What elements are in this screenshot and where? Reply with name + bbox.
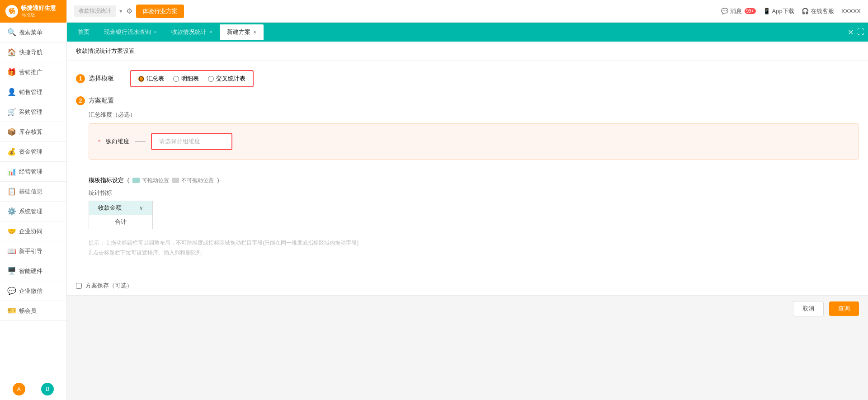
section2-num: 2: [76, 96, 85, 105]
tab-close-receipt-stats[interactable]: ×: [209, 29, 212, 35]
metrics-setting-label: 模板指标设定（: [89, 176, 130, 184]
tabs-right-controls: ✕ ⛶: [848, 28, 864, 37]
close-window-icon[interactable]: ✕: [848, 28, 854, 37]
message-icon: 💬: [721, 8, 728, 14]
radio-cross[interactable]: 交叉统计表: [208, 75, 245, 83]
sidebar-item-hardware[interactable]: 🖥️ 智能硬件: [0, 261, 66, 281]
main-area: 收款情况统计 ▾ ⚙ 体验行业方案 💬 消息 99+ 📱 App下载 🎧 在线客…: [67, 0, 868, 400]
metrics-dropdown-icon[interactable]: ∨: [139, 205, 143, 211]
metrics-legend-row: 模板指标设定（ 可拖动位置 不可拖动位置 ）: [89, 176, 859, 184]
sidebar-logo: 畅 畅捷通好生意 标准版: [0, 0, 66, 23]
tab-cash-flow[interactable]: 现金银行流水查询×: [97, 24, 164, 40]
sidebar-item-operation[interactable]: 📊 经营管理: [0, 162, 66, 182]
sidebar-label-basic-info: 基础信息: [19, 188, 42, 196]
sidebar-icon-inventory: 📦: [7, 127, 15, 136]
form-body: 1 选择模板 汇总表 明细表 交叉统计表: [67, 61, 868, 276]
radio-detail-input[interactable]: [173, 76, 179, 82]
logo-text: 畅捷通好生意: [21, 5, 56, 12]
tab-label-home: 首页: [78, 28, 90, 36]
metrics-table-header[interactable]: 收款金额 ∨: [89, 201, 152, 215]
sidebar-icon-system: ⚙️: [7, 207, 15, 216]
tab-receipt-stats[interactable]: 收款情况统计×: [164, 24, 220, 40]
tab-close-new-plan[interactable]: ×: [253, 29, 256, 35]
sidebar-icon-finance: 💰: [7, 147, 15, 156]
sidebar-item-sales[interactable]: 👤 销售管理: [0, 82, 66, 102]
topbar: 收款情况统计 ▾ ⚙ 体验行业方案 💬 消息 99+ 📱 App下载 🎧 在线客…: [67, 0, 868, 23]
section2-label: 方案配置: [89, 97, 114, 105]
radio-summary-input[interactable]: [138, 76, 144, 82]
dimension-row: * 纵向维度 —— 请选择分组维度: [98, 133, 849, 150]
metrics-table: 收款金额 ∨ 合计: [89, 201, 153, 229]
metrics-section: 模板指标设定（ 可拖动位置 不可拖动位置 ） 统计指标: [89, 176, 859, 229]
service-button[interactable]: 🎧 在线客服: [802, 7, 834, 15]
sidebar-item-quick-nav[interactable]: 🏠 快捷导航: [0, 42, 66, 62]
sidebar-item-wechat[interactable]: 💬 企业微信: [0, 281, 66, 301]
tab-close-cash-flow[interactable]: ×: [154, 29, 157, 35]
sidebar-label-system: 系统管理: [19, 207, 42, 216]
legend-draggable-item: 可拖动位置: [132, 177, 169, 184]
tab-new-plan[interactable]: 新建方案×: [220, 24, 264, 40]
sidebar-item-search-menu[interactable]: 🔍 搜索菜单: [0, 23, 66, 42]
sidebar-label-finance: 资金管理: [19, 148, 42, 156]
topbar-breadcrumb: 收款情况统计: [74, 5, 116, 17]
topbar-dropdown-icon[interactable]: ▾: [119, 8, 123, 14]
radio-cross-input[interactable]: [208, 76, 214, 82]
vertical-dimension-label: 纵向维度: [106, 137, 129, 146]
radio-summary[interactable]: 汇总表: [138, 75, 164, 83]
expand-window-icon[interactable]: ⛶: [857, 28, 864, 37]
sidebar-label-marketing: 营销推广: [19, 68, 42, 76]
legend-nondraggable-item: 不可拖动位置: [172, 177, 214, 184]
sidebar-avatar2[interactable]: B: [41, 383, 54, 395]
sidebar-avatar1[interactable]: A: [13, 383, 25, 395]
message-badge: 99+: [745, 8, 756, 14]
radio-detail[interactable]: 明细表: [173, 75, 199, 83]
cancel-button[interactable]: 取消: [793, 301, 824, 316]
dimension-select[interactable]: 请选择分组维度: [151, 133, 232, 150]
radio-summary-label: 汇总表: [146, 75, 164, 83]
trial-button[interactable]: 体验行业方案: [136, 5, 184, 18]
topbar-settings-icon[interactable]: ⚙: [126, 7, 132, 15]
query-button[interactable]: 查询: [829, 301, 859, 316]
section1-label: 选择模板: [89, 75, 114, 83]
sidebar-label-sales: 销售管理: [19, 88, 42, 96]
sidebar-item-enterprise[interactable]: 🤝 企业协同: [0, 221, 66, 241]
sidebar-item-member[interactable]: 🎫 畅会员: [0, 301, 66, 321]
sidebar-label-search-menu: 搜索菜单: [19, 28, 42, 37]
sidebar-label-hardware: 智能硬件: [19, 267, 42, 275]
tabs-bar: 首页现金银行流水查询×收款情况统计×新建方案× ✕ ⛶: [67, 23, 868, 42]
section-template: 1 选择模板 汇总表 明细表 交叉统计表: [76, 70, 859, 87]
app-download-button[interactable]: 📱 App下载: [763, 7, 794, 15]
topbar-left: 收款情况统计 ▾ ⚙ 体验行业方案: [74, 5, 184, 18]
tips-section: 提示： 1.拖动标题栏可以调整布局，不可跨维度或指标区域拖动栏目字段(只能在同一…: [89, 238, 859, 258]
sidebar-icon-operation: 📊: [7, 167, 15, 176]
sidebar-icon-member: 🎫: [7, 306, 15, 315]
radio-cross-label: 交叉统计表: [216, 75, 245, 83]
legend-draggable-color: [132, 178, 140, 183]
required-mark: *: [98, 138, 100, 145]
sidebar-icon-purchase: 🛒: [7, 108, 15, 116]
save-plan-label: 方案保存（可选）: [85, 282, 132, 290]
sidebar-icon-search-menu: 🔍: [7, 28, 15, 37]
sidebar-label-wechat: 企业微信: [19, 287, 42, 295]
save-plan-checkbox[interactable]: [76, 283, 82, 289]
tab-home[interactable]: 首页: [71, 24, 97, 40]
sidebar-item-marketing[interactable]: 🎁 营销推广: [0, 62, 66, 82]
sidebar-label-inventory: 库存核算: [19, 128, 42, 136]
section1-num: 1: [76, 74, 85, 83]
sidebar-item-system[interactable]: ⚙️ 系统管理: [0, 202, 66, 221]
content-area: 收款情况统计方案设置 1 选择模板 汇总表 明细表: [67, 42, 868, 400]
sidebar: 畅 畅捷通好生意 标准版 🔍 搜索菜单 🏠 快捷导航 🎁 营销推广 👤 销售管理…: [0, 0, 67, 400]
sidebar-item-inventory[interactable]: 📦 库存核算: [0, 122, 66, 142]
metrics-table-cell: 合计: [89, 215, 152, 229]
legend-nondraggable-color: [172, 178, 179, 183]
sidebar-item-purchase[interactable]: 🛒 采购管理: [0, 102, 66, 122]
sidebar-item-guide[interactable]: 📖 新手引导: [0, 241, 66, 261]
message-button[interactable]: 💬 消息 99+: [721, 7, 756, 15]
sidebar-item-basic-info[interactable]: 📋 基础信息: [0, 182, 66, 202]
sidebar-item-finance[interactable]: 💰 资金管理: [0, 142, 66, 162]
divider: [89, 167, 859, 167]
sidebar-icon-quick-nav: 🏠: [7, 48, 15, 56]
dimension-area: * 纵向维度 —— 请选择分组维度: [89, 123, 859, 160]
radio-detail-label: 明细表: [181, 75, 199, 83]
sidebar-icon-enterprise: 🤝: [7, 227, 15, 235]
